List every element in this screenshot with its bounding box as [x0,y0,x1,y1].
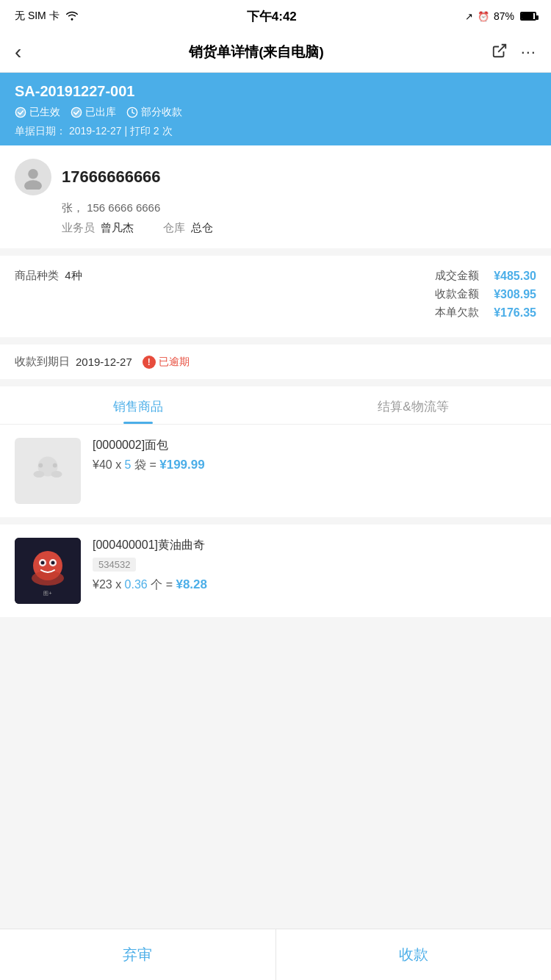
confirm-button[interactable]: 收款 [276,929,552,980]
product-info-1: [0000002]面包 ¥40 x 5 袋 = ¥199.99 [93,438,536,473]
svg-point-4 [28,169,38,179]
overdue-dot-icon: ! [143,356,156,369]
product-card-2: 图+ [000400001]黄油曲奇 534532 ¥23 x 0.36 个 =… [0,525,551,617]
customer-phone: 17666666666 [62,167,161,187]
product-card-1: [0000002]面包 ¥40 x 5 袋 = ¥199.99 [0,425,551,517]
tabs-row: 销售商品 结算&物流等 [0,386,551,424]
product-image-2: 图+ [15,538,81,604]
sim-label: 无 SIM 卡 [15,10,60,23]
svg-point-8 [51,471,62,478]
status-bar: 无 SIM 卡 下午4:42 ↗ ⏰ 87% [0,0,551,32]
badge-partial: 部分收款 [126,106,182,119]
back-button[interactable]: ‹ [15,40,21,64]
svg-point-9 [38,464,43,468]
badge-effective: 已生效 [15,106,60,119]
product-type-row: 商品种类 4种 [15,269,82,283]
warehouse-info: 仓库 总仓 [163,221,213,235]
product-name-2: [000400001]黄油曲奇 [93,538,536,553]
list-spacer [0,624,551,639]
deal-amount-row: 成交金额 ¥485.30 [435,269,536,283]
nav-icons: ··· [491,43,536,62]
svg-point-7 [34,471,45,478]
wifi-icon [65,10,79,23]
svg-point-16 [41,561,45,565]
customer-meta: 业务员 曾凡杰 仓库 总仓 [15,221,536,235]
nav-bar: ‹ 销货单详情(来自电脑) ··· [0,32,551,73]
product-price-1: ¥40 x 5 袋 = ¥199.99 [93,458,536,473]
battery-level: 87% [494,10,514,22]
bottom-bar: 弃审 收款 [0,929,551,980]
page-title: 销货单详情(来自电脑) [189,43,324,62]
share-icon[interactable] [491,43,508,62]
order-id: SA-20191227-001 [15,83,536,100]
avatar [15,159,51,195]
svg-line-0 [498,44,505,51]
badge-shipped: 已出库 [71,106,116,119]
summary-left: 商品种类 4种 [15,269,82,283]
order-badges: 已生效 已出库 部分收款 [15,106,536,119]
svg-point-1 [15,107,25,117]
tab-products[interactable]: 销售商品 [0,386,276,424]
customer-row: 17666666666 [15,159,536,195]
svg-point-10 [53,464,57,468]
svg-point-17 [51,561,55,565]
product-info-2: [000400001]黄油曲奇 534532 ¥23 x 0.36 个 = ¥8… [93,538,536,593]
status-time: 下午4:42 [247,8,297,25]
product-tag-2: 534532 [93,558,136,572]
svg-text:图+: 图+ [43,591,51,596]
svg-point-5 [24,180,42,190]
product-name-1: [0000002]面包 [93,438,536,453]
summary-section: 商品种类 4种 成交金额 ¥485.30 收款金额 ¥308.95 本单欠款 ¥… [0,256,551,337]
products-section: [0000002]面包 ¥40 x 5 袋 = ¥199.99 [0,425,551,639]
more-icon[interactable]: ··· [521,43,536,62]
received-amount-row: 收款金额 ¥308.95 [435,287,536,301]
order-date: 单据日期： 2019-12-27 | 打印 2 次 [15,125,536,138]
status-right: ↗ ⏰ 87% [465,10,536,22]
order-header: SA-20191227-001 已生效 已出库 [0,73,551,145]
status-left: 无 SIM 卡 [15,10,79,23]
customer-name-phone: 张， 156 6666 6666 [15,201,536,215]
summary-right: 成交金额 ¥485.30 收款金额 ¥308.95 本单欠款 ¥176.35 [435,269,536,324]
alarm-icon: ⏰ [478,11,489,22]
salesperson-info: 业务员 曾凡杰 [62,221,134,235]
tabs-section: 销售商品 结算&物流等 [0,386,551,425]
customer-section: 17666666666 张， 156 6666 6666 业务员 曾凡杰 仓库 … [0,145,551,248]
cancel-button[interactable]: 弃审 [0,929,276,980]
overdue-badge: ! 已逾期 [143,356,190,369]
tab-settlement[interactable]: 结算&物流等 [276,386,551,424]
due-date-section: 收款到期日 2019-12-27 ! 已逾期 [0,345,551,379]
product-price-2: ¥23 x 0.36 个 = ¥8.28 [93,577,536,593]
battery-icon [520,12,536,21]
debt-amount-row: 本单欠款 ¥176.35 [435,306,536,320]
svg-point-2 [71,107,81,117]
location-icon: ↗ [465,11,473,22]
product-image-1 [15,438,81,504]
